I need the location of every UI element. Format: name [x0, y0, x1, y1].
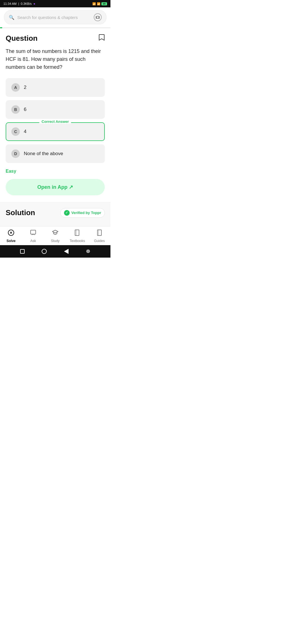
option-b-text: 6 [24, 107, 26, 112]
network-dot: ● [33, 2, 35, 5]
nav-label-guides: Guides [94, 239, 105, 243]
status-left: 11:34 AM | 0.3KB/s ● [3, 2, 35, 5]
question-title: Question [6, 34, 38, 43]
nav-label-solve: Solve [7, 239, 16, 243]
search-bar-container: 🔍 Search for questions & chapters [0, 7, 110, 27]
question-text: The sum of two numbers is 1215 and their… [6, 48, 105, 71]
nav-item-solve[interactable]: Solve [0, 229, 22, 243]
question-header: Question [6, 34, 105, 43]
search-icon: 🔍 [9, 15, 14, 20]
verified-badge: ✓ Verified by Toppr [60, 208, 105, 218]
option-d-text: None of the above [24, 151, 63, 157]
study-icon [52, 229, 59, 238]
options-container: A 2 B 6 Correct Answer C 4 D None of the… [6, 78, 105, 163]
solution-section: Solution ✓ Verified by Toppr [0, 202, 110, 226]
svg-rect-3 [97, 230, 101, 236]
signal-icon: 📶 [97, 2, 100, 5]
option-c[interactable]: Correct Answer C 4 [6, 122, 105, 141]
android-accessibility-btn[interactable]: ☸ [85, 249, 91, 254]
solution-header: Solution ✓ Verified by Toppr [6, 208, 105, 218]
svg-rect-1 [31, 230, 36, 234]
option-d-badge: D [11, 149, 20, 158]
main-content: Question The sum of two numbers is 1215 … [0, 28, 110, 195]
status-right: 📶 📶 65 [92, 2, 107, 5]
bookmark-icon[interactable] [99, 34, 105, 43]
option-a-text: 2 [24, 85, 26, 90]
guides-icon [96, 229, 103, 238]
android-home-btn[interactable] [41, 249, 47, 254]
nav-item-textbooks[interactable]: Textbooks [66, 229, 88, 243]
accessibility-icon: ☸ [86, 248, 90, 254]
bottom-nav: Solve Ask Study Textbooks [0, 226, 110, 245]
svg-rect-2 [75, 230, 79, 236]
status-time: 11:34 AM [3, 2, 16, 5]
nav-item-guides[interactable]: Guides [88, 229, 110, 243]
nav-item-ask[interactable]: Ask [22, 229, 44, 243]
status-bar: 11:34 AM | 0.3KB/s ● 📶 📶 65 [0, 0, 110, 7]
option-a[interactable]: A 2 [6, 78, 105, 97]
status-speed: 0.3KB/s [21, 2, 32, 5]
solve-icon [8, 229, 14, 238]
status-network: | [18, 2, 19, 5]
option-c-text: 4 [24, 129, 26, 134]
option-d[interactable]: D None of the above [6, 144, 105, 163]
ask-icon [30, 229, 37, 238]
verified-icon: ✓ [64, 210, 70, 216]
difficulty-label: Easy [6, 169, 105, 174]
verified-label: Verified by Toppr [71, 211, 101, 215]
nav-label-study: Study [51, 239, 60, 243]
open-in-app-button[interactable]: Open in App ↗ [6, 179, 105, 195]
android-nav: ☸ [0, 245, 110, 258]
nav-label-ask: Ask [30, 239, 36, 243]
option-c-badge: C [11, 127, 20, 136]
correct-answer-label: Correct Answer [39, 119, 71, 124]
camera-icon[interactable] [94, 13, 102, 21]
textbooks-icon [74, 229, 81, 238]
search-placeholder: Search for questions & chapters [17, 15, 91, 20]
search-bar[interactable]: 🔍 Search for questions & chapters [4, 10, 106, 24]
option-b-badge: B [11, 105, 20, 114]
android-square-btn[interactable] [20, 249, 25, 254]
nav-item-study[interactable]: Study [44, 229, 66, 243]
option-b[interactable]: B 6 [6, 100, 105, 119]
battery-icon: 65 [101, 2, 107, 5]
option-a-badge: A [11, 83, 20, 92]
solution-title: Solution [6, 208, 35, 217]
nav-label-textbooks: Textbooks [70, 239, 85, 243]
bluetooth-icon: 📶 [92, 2, 96, 5]
android-back-btn[interactable] [63, 249, 69, 254]
